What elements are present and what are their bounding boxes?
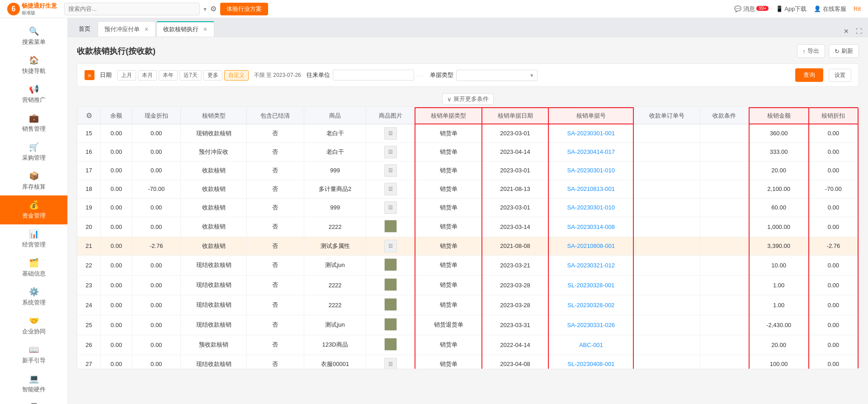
date-buttons: 上月 本月 本年 近7天 更多 自定义 <box>117 70 249 81</box>
date-btn-this-year[interactable]: 本年 <box>159 70 178 81</box>
sidebar-item-purchase[interactable]: 🛒 采购管理 <box>0 138 67 166</box>
table-row: 27 0.00 0.00 现结收款核销 否 衣服00001 🖼 销货单 2023… <box>77 355 858 369</box>
date-btn-this-month[interactable]: 本月 <box>138 70 157 81</box>
bill-no-link[interactable]: SA-20230301-001 <box>567 130 615 137</box>
message-icon[interactable]: 💬 消息 99+ <box>734 5 769 13</box>
industry-btn[interactable]: 体验行业方案 <box>220 3 268 15</box>
bill-no-link[interactable]: SA-20230321-012 <box>567 262 615 269</box>
sidebar-item-hardware[interactable]: 💻 智能硬件 <box>0 369 67 398</box>
tab-home[interactable]: 首页 <box>71 21 98 37</box>
close-window-btn[interactable]: ✕ <box>841 26 852 37</box>
tab-prepay[interactable]: 预付冲应付单 ✕ <box>98 21 156 37</box>
date-btn-custom[interactable]: 自定义 <box>224 70 249 81</box>
from-unit-input[interactable] <box>333 70 414 81</box>
bill-no-link[interactable]: SA-20230301-010 <box>567 204 615 211</box>
cell-balance: 0.00 <box>101 355 132 369</box>
app-download[interactable]: 📱 App下载 <box>776 5 807 13</box>
gear-icon[interactable]: ⚙ <box>210 5 217 13</box>
guide-icon: 📖 <box>29 345 39 355</box>
settings-icon[interactable]: ⚙ <box>86 112 92 119</box>
refresh-btn[interactable]: ↻ 刷新 <box>829 44 859 58</box>
cell-verify-bill-no: SA-20230301-010 <box>548 198 633 217</box>
bill-no-link[interactable]: SA-20230301-010 <box>567 167 615 174</box>
cell-goods: 衣服00001 <box>304 355 366 369</box>
table-row: 21 0.00 -2.76 收款核销 否 测试多属性 🖼 销货单 2021-08… <box>77 237 858 255</box>
sidebar-item-operation[interactable]: 📊 经营管理 <box>0 224 67 253</box>
cell-verify-type: 收款核销 <box>181 180 247 198</box>
search-bar[interactable] <box>64 3 200 15</box>
bill-no-link[interactable]: SA-20210808-001 <box>567 242 615 249</box>
cell-receipt-order-no <box>633 255 700 275</box>
cell-receipt-condition <box>700 198 749 217</box>
sidebar-item-system[interactable]: ⚙️ 系统管理 <box>0 282 67 311</box>
sidebar-item-label: 采购管理 <box>22 154 46 162</box>
search-icon: 🔍 <box>29 26 39 36</box>
online-service[interactable]: 👤 在线客服 <box>814 5 846 13</box>
sidebar-item-guide[interactable]: 📖 新手引导 <box>0 340 67 369</box>
cell-receipt-condition <box>700 335 749 355</box>
sidebar-item-finance[interactable]: 💰 资金管理 <box>0 195 67 224</box>
sidebar-item-sales[interactable]: 💼 销售管理 <box>0 109 67 138</box>
cell-cash-discount: 0.00 <box>132 355 181 369</box>
cell-verify-bill-no: SA-20210808-001 <box>548 237 633 255</box>
main-layout: 🔍 搜索菜单 🏠 快捷导航 📢 营销推广 💼 销售管理 🛒 采购管理 📦 库存核… <box>0 18 868 404</box>
cell-include-settled: 否 <box>247 255 304 275</box>
cell-verify-amount: 1.00 <box>749 295 809 315</box>
tab-receipt-close[interactable]: ✕ <box>203 26 208 33</box>
bill-no-link[interactable]: SL-20230408-001 <box>567 361 614 367</box>
cell-goods: 123D商品 <box>304 335 366 355</box>
bill-no-link[interactable]: SL-20230328-002 <box>567 302 614 309</box>
bill-type-select[interactable]: ▾ <box>456 70 538 81</box>
sidebar-item-marketing[interactable]: 📢 营销推广 <box>0 80 67 109</box>
dropdown-icon[interactable]: ▾ <box>203 5 207 13</box>
cell-verify-bill-date: 2023-04-14 <box>482 143 548 161</box>
date-btn-7days[interactable]: 近7天 <box>179 70 202 81</box>
col-settings[interactable]: ⚙ <box>77 108 101 124</box>
cell-verify-bill-no: SA-20230314-008 <box>548 217 633 237</box>
cell-verify-type: 预付冲应收 <box>181 143 247 161</box>
export-btn[interactable]: ↑ 导出 <box>797 44 826 58</box>
cell-verify-bill-date: 2022-04-14 <box>482 335 548 355</box>
date-btn-last-month[interactable]: 上月 <box>117 70 136 81</box>
cell-verify-type: 现结收款核销 <box>181 255 247 275</box>
sidebar-item-collab[interactable]: 🤝 企业协同 <box>0 311 67 340</box>
bill-no-link[interactable]: SA-20210813-001 <box>567 185 615 192</box>
top-bar: 6 畅捷通好生意 标准版 ▾ ⚙ 体验行业方案 💬 消息 99+ 📱 App下载… <box>0 0 868 18</box>
expand-icon: ∨ <box>447 96 452 103</box>
search-input[interactable] <box>64 3 200 15</box>
bill-no-link[interactable]: SA-20230331-026 <box>567 322 615 328</box>
user-name[interactable]: Rit <box>854 5 861 12</box>
bill-no-link[interactable]: SA-20230414-017 <box>567 148 615 155</box>
sidebar-item-basic[interactable]: 🗂️ 基础信息 <box>0 253 67 282</box>
cell-verify-type: 收款核销 <box>181 237 247 255</box>
tab-prepay-close[interactable]: ✕ <box>144 26 149 33</box>
cell-verify-type: 现结收款核销 <box>181 315 247 335</box>
bill-no-link[interactable]: ABC-001 <box>579 342 603 348</box>
sidebar-item-search[interactable]: 🔍 搜索菜单 <box>0 22 67 51</box>
table-row: 15 0.00 0.00 现销收款核销 否 老白干 🖼 销货单 2023-03-… <box>77 124 858 143</box>
date-label: 日期 <box>100 71 112 79</box>
setting-btn[interactable]: 设置 <box>829 69 851 82</box>
date-btn-more[interactable]: 更多 <box>203 70 222 81</box>
sidebar-item-wechat[interactable]: 💬 企业微信 <box>0 398 67 404</box>
cell-cash-discount: 0.00 <box>132 124 181 143</box>
sidebar-item-quicknav[interactable]: 🏠 快捷导航 <box>0 51 67 80</box>
cell-cash-discount: 0.00 <box>132 143 181 161</box>
cell-receipt-condition <box>700 143 749 161</box>
cell-verify-bill-no: SA-20230331-026 <box>548 315 633 335</box>
system-icon: ⚙️ <box>29 287 39 297</box>
cell-goods: 999 <box>304 198 366 217</box>
maximize-window-btn[interactable]: ⛶ <box>854 26 864 37</box>
bill-no-link[interactable]: SL-20230328-001 <box>567 282 614 289</box>
query-btn[interactable]: 查询 <box>795 68 823 82</box>
bill-no-link[interactable]: SA-20230314-008 <box>567 223 615 230</box>
cell-goods: 测试jun <box>304 255 366 275</box>
sidebar-item-inventory[interactable]: 📦 库存核算 <box>0 166 67 195</box>
col-verify-discount: 核销折扣 <box>809 108 858 124</box>
tab-receipt[interactable]: 收款核销执行 ✕ <box>156 21 214 37</box>
col-verify-bill-type: 核销单据类型 <box>415 108 481 124</box>
cell-verify-discount: 0.00 <box>809 255 858 275</box>
expand-conditions-btn[interactable]: ∨ 展开更多条件 <box>442 93 494 105</box>
cell-goods-image: 🖼 <box>366 180 415 198</box>
filter-collapse-btn[interactable]: » <box>85 70 94 80</box>
